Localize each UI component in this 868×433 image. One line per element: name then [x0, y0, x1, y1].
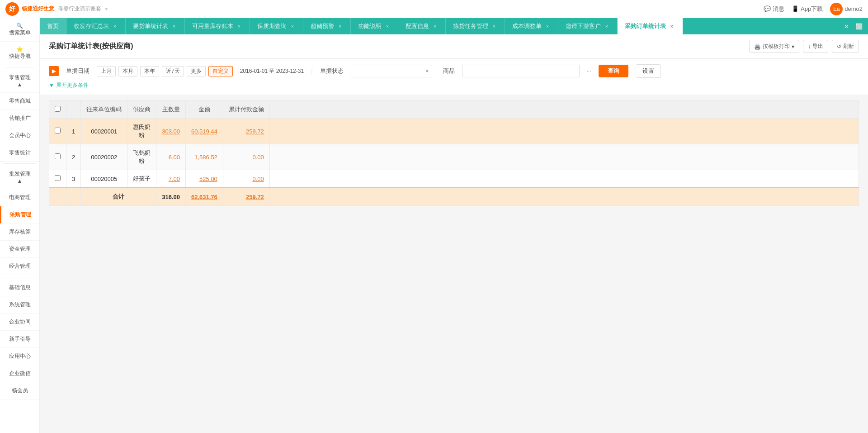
- sidebar-divider-1: [4, 67, 36, 67]
- sidebar-item-search[interactable]: 🔍 搜索菜单: [0, 18, 39, 42]
- tab-function-desc-label: 功能说明: [358, 22, 382, 30]
- sidebar-item-finance[interactable]: 资金管理: [0, 241, 39, 258]
- search-button[interactable]: 查询: [599, 65, 628, 77]
- sidebar-item-retail-stats[interactable]: 零售统计: [0, 144, 39, 162]
- sidebar-item-wholesale[interactable]: 批发管理 ▲: [0, 166, 39, 189]
- sidebar-members-label: 会员中心: [2, 132, 38, 139]
- tab-order-stats[interactable]: 要货单统计表 ×: [126, 18, 185, 34]
- tab-active-close-icon[interactable]: ×: [669, 23, 675, 29]
- date-btn-7days[interactable]: 近7天: [162, 66, 184, 76]
- date-btn-more[interactable]: 更多: [187, 66, 206, 76]
- tab-available-stock[interactable]: 可用量库存账本 ×: [185, 18, 250, 34]
- tab-home[interactable]: 首页: [40, 18, 66, 34]
- row-checkbox[interactable]: [55, 128, 61, 133]
- row-code: 00020002: [81, 144, 127, 170]
- sidebar-item-ecommerce[interactable]: 电商管理: [0, 189, 39, 206]
- tab-invite-customer[interactable]: 邀请下游客户 ×: [558, 18, 618, 34]
- settings-button[interactable]: 设置: [636, 64, 661, 78]
- sidebar-item-inventory[interactable]: 库存核算: [0, 224, 39, 241]
- print-button[interactable]: 🖨️ 按模板打印 ▾: [749, 40, 799, 53]
- sidebar-item-shortcuts[interactable]: ⭐ 快捷导航: [0, 42, 39, 65]
- tab-expiry[interactable]: 保质期查询 ×: [250, 18, 303, 34]
- sidebar-item-purchase[interactable]: 采购管理: [0, 206, 39, 224]
- row-amount[interactable]: 1,586.52: [186, 144, 223, 170]
- status-label: 单据状态: [320, 67, 344, 75]
- tab-close-icon[interactable]: ×: [544, 23, 551, 29]
- sidebar-item-app-center[interactable]: 应用中心: [0, 348, 39, 365]
- footer-paid[interactable]: 259.72: [223, 188, 269, 206]
- sidebar-item-vip[interactable]: 畅会员: [0, 382, 39, 400]
- sidebar-item-retail-mall[interactable]: 零售商城: [0, 93, 39, 110]
- footer-amount[interactable]: 62,631.76: [186, 188, 223, 206]
- tab-stock-summary[interactable]: 收发存汇总表 ×: [66, 18, 126, 34]
- tab-close-icon[interactable]: ×: [604, 23, 610, 29]
- row-amount[interactable]: 60,519.44: [186, 119, 223, 144]
- export-button[interactable]: ↓ 导出: [803, 40, 828, 53]
- refresh-button[interactable]: ↺ 刷新: [832, 40, 859, 53]
- sidebar-item-marketing[interactable]: 营销推广: [0, 110, 39, 127]
- tab-close-icon[interactable]: ×: [432, 23, 438, 29]
- settings-label: 设置: [642, 67, 654, 74]
- row-checkbox[interactable]: [55, 153, 61, 159]
- row-quantity[interactable]: 6.00: [156, 144, 186, 170]
- sidebar-inventory-label: 库存核算: [2, 228, 38, 236]
- row-quantity[interactable]: 303.00: [156, 119, 186, 144]
- tab-overstock[interactable]: 超储预警 ×: [303, 18, 351, 34]
- chevron-down-icon: ▲: [17, 178, 23, 184]
- message-label: 消息: [773, 5, 784, 13]
- sidebar-item-basic-info[interactable]: 基础信息: [0, 279, 39, 296]
- tab-close-icon[interactable]: ×: [289, 23, 296, 29]
- tab-cost-adjust[interactable]: 成本调整单 ×: [505, 18, 558, 34]
- footer-label-cell: 合计: [81, 188, 156, 206]
- row-quantity[interactable]: 7.00: [156, 170, 186, 188]
- expand-more-btn[interactable]: ▼ 展开更多条件: [49, 81, 859, 89]
- tab-function-desc[interactable]: 功能说明 ×: [351, 18, 398, 34]
- tab-close-icon[interactable]: ×: [171, 23, 177, 29]
- row-paid[interactable]: 0.00: [223, 170, 269, 188]
- filter-row-1: ▶ 单据日期 上月 本月 本年 近7天: [49, 64, 859, 78]
- footer-quantity: 316.00: [156, 188, 186, 206]
- tab-config-label: 配置信息: [406, 22, 429, 30]
- row-checkbox[interactable]: [55, 175, 61, 181]
- tab-home-label: 首页: [47, 22, 59, 30]
- sidebar-item-system[interactable]: 系统管理: [0, 296, 39, 314]
- status-select[interactable]: [351, 65, 432, 77]
- more-filters-icon[interactable]: ···: [587, 68, 591, 74]
- top-bar-left: 好 畅捷通好生意 母婴行业演示账套 ▾: [5, 2, 108, 16]
- filter-toggle-button[interactable]: ▶: [49, 66, 59, 76]
- tab-close-icon[interactable]: ×: [384, 23, 391, 29]
- message-button[interactable]: 💬 消息: [764, 5, 784, 13]
- tab-picking[interactable]: 拣货任务管理 ×: [446, 18, 505, 34]
- goods-input[interactable]: [462, 65, 580, 77]
- page-header: 采购订单统计表(按供应商) 🖨️ 按模板打印 ▾ ↓ 导出 ↺ 刷新: [40, 34, 868, 59]
- row-paid[interactable]: 259.72: [223, 119, 269, 144]
- tab-restore-button[interactable]: ⬜: [854, 21, 864, 32]
- sidebar-item-members[interactable]: 会员中心: [0, 127, 39, 144]
- tab-purchase-order-stats[interactable]: 采购订单统计表 ×: [618, 18, 683, 34]
- tab-close-icon[interactable]: ×: [112, 23, 118, 29]
- date-btn-this-month[interactable]: 本月: [118, 66, 137, 76]
- tab-close-icon[interactable]: ×: [337, 23, 343, 29]
- row-paid[interactable]: 0.00: [223, 144, 269, 170]
- th-supplier: 供应商: [127, 101, 156, 119]
- tab-close-icon[interactable]: ×: [491, 23, 497, 29]
- tab-close-button[interactable]: ✕: [841, 21, 852, 32]
- row-supplier: 飞鹤奶粉: [127, 144, 156, 170]
- row-amount[interactable]: 525.80: [186, 170, 223, 188]
- tab-close-icon[interactable]: ×: [236, 23, 242, 29]
- date-btn-last-month[interactable]: 上月: [97, 66, 116, 76]
- user-area[interactable]: Ea demo2: [830, 3, 863, 15]
- row-code: 00020005: [81, 170, 127, 188]
- sidebar-item-guide[interactable]: 新手引导: [0, 331, 39, 348]
- sidebar-item-enterprise[interactable]: 企业协同: [0, 314, 39, 331]
- username: demo2: [844, 5, 863, 12]
- page-title: 采购订单统计表(按供应商): [49, 42, 133, 51]
- sidebar-item-operations[interactable]: 经营管理: [0, 258, 39, 275]
- date-btn-this-year[interactable]: 本年: [140, 66, 159, 76]
- date-custom-button[interactable]: 自定义: [208, 66, 233, 76]
- app-download-button[interactable]: 📱 App下载: [792, 5, 823, 13]
- tab-config[interactable]: 配置信息 ×: [398, 18, 446, 34]
- sidebar-item-retail-mgmt[interactable]: 零售管理 ▲: [0, 69, 39, 93]
- select-all-checkbox[interactable]: [55, 106, 61, 112]
- sidebar-item-wechat[interactable]: 企业微信: [0, 365, 39, 382]
